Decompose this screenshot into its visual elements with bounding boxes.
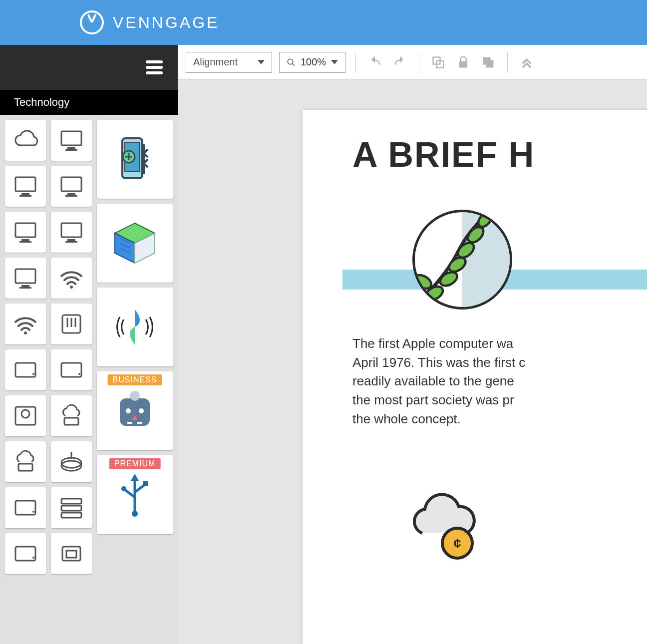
apple-imac-icon[interactable] <box>51 166 92 207</box>
svg-rect-16 <box>127 422 132 424</box>
lock-button[interactable] <box>454 53 472 71</box>
svg-line-24 <box>292 63 295 66</box>
svg-rect-22 <box>143 481 148 486</box>
text-line: the most part society was pr <box>352 391 647 410</box>
linux-desktop-icon[interactable] <box>5 166 46 207</box>
nas-drive-icon[interactable] <box>51 304 92 344</box>
group-button[interactable] <box>429 53 447 71</box>
svg-rect-11 <box>120 398 150 426</box>
redo-button[interactable] <box>391 53 409 71</box>
sidebar-toolbar <box>0 45 178 90</box>
hero-illustration[interactable] <box>352 205 647 315</box>
disc-drive-icon[interactable] <box>5 395 46 436</box>
signal-swirl-icon[interactable] <box>97 288 173 366</box>
svg-point-20 <box>132 511 138 517</box>
text-line: the whole concept. <box>352 410 647 429</box>
svg-point-21 <box>121 486 126 491</box>
svg-rect-28 <box>486 60 493 67</box>
app-header: VENNGAGE <box>0 0 647 45</box>
windows-desktop-icon[interactable] <box>51 212 92 253</box>
phone-add-icon[interactable] <box>97 120 173 199</box>
collapse-button[interactable] <box>518 53 536 71</box>
imac-display-icon[interactable] <box>5 212 46 253</box>
windows-monitor-icon[interactable] <box>5 258 46 299</box>
toolbar-divider <box>419 52 419 72</box>
brand-logo[interactable]: VENNGAGE <box>80 10 219 34</box>
chevron-down-icon <box>258 60 265 64</box>
hard-drive-icon[interactable] <box>51 349 92 390</box>
brand-name: VENNGAGE <box>113 13 219 32</box>
design-canvas[interactable]: A BRIEF H <box>303 110 647 644</box>
group-icon <box>431 55 445 69</box>
chevron-up-double-icon <box>520 55 534 69</box>
cloud-coin-icon: ¢ <box>402 478 487 563</box>
clock-logo-icon <box>80 10 104 34</box>
wifi-icon[interactable] <box>51 258 92 299</box>
chevron-down-icon <box>331 60 338 64</box>
zoom-value: 100% <box>301 56 326 68</box>
editor-main: Alignment 100% <box>178 45 647 644</box>
lock-icon <box>456 55 470 69</box>
search-icon <box>287 58 296 67</box>
undo-button[interactable] <box>366 53 384 71</box>
document-title[interactable]: A BRIEF H <box>352 135 647 175</box>
usb-icon[interactable]: PREMIUM <box>97 455 173 534</box>
editor-toolbar: Alignment 100% <box>178 45 647 80</box>
server-rack-icon[interactable] <box>5 349 46 390</box>
svg-point-14 <box>139 408 144 413</box>
premium-badge: PREMIUM <box>109 458 161 469</box>
modem-icon[interactable] <box>51 441 92 482</box>
svg-point-23 <box>288 59 293 64</box>
svg-marker-19 <box>131 474 139 481</box>
icon-sidebar: Technology BUSINESSPREMIUM <box>0 45 178 644</box>
icon-grid: BUSINESSPREMIUM <box>0 115 178 644</box>
data-cube-icon[interactable] <box>97 204 173 283</box>
toolbar-divider <box>507 52 508 72</box>
alignment-dropdown[interactable]: Alignment <box>186 52 272 73</box>
ethernet-icon[interactable] <box>51 533 92 574</box>
text-line: The first Apple computer wa <box>352 334 647 353</box>
linux-monitor-icon[interactable] <box>51 120 92 161</box>
sidebar-menu-button[interactable] <box>146 60 163 74</box>
svg-text:¢: ¢ <box>453 536 461 551</box>
server-stack-icon[interactable] <box>51 487 92 528</box>
drive-slot-icon[interactable] <box>5 487 46 528</box>
leaf-circle-icon <box>412 210 512 310</box>
workspace: Technology BUSINESSPREMIUM Alignment 100… <box>0 45 647 644</box>
document-paragraph[interactable]: The first Apple computer wa April 1976. … <box>352 334 647 428</box>
text-line: readily available to the gene <box>352 372 647 391</box>
wifi-alt-icon[interactable] <box>5 304 46 344</box>
cloud-drive-icon[interactable] <box>5 441 46 482</box>
undo-icon <box>368 55 382 69</box>
cloud-hdd-icon[interactable] <box>51 395 92 436</box>
server-unit-icon[interactable] <box>5 533 46 574</box>
redo-icon <box>393 55 407 69</box>
canvas-viewport[interactable]: A BRIEF H <box>178 80 647 644</box>
svg-point-12 <box>130 391 140 401</box>
zoom-dropdown[interactable]: 100% <box>279 52 345 73</box>
copy-icon <box>481 55 495 69</box>
icon-category-label: Technology <box>0 90 178 115</box>
text-line: April 1976. This was the first c <box>352 353 647 372</box>
business-badge: BUSINESS <box>108 374 162 385</box>
cloud-icon[interactable] <box>5 120 46 161</box>
cloud-coin-illustration[interactable]: ¢ <box>352 478 647 578</box>
robot-face-icon[interactable]: BUSINESS <box>97 371 173 450</box>
alignment-label: Alignment <box>193 56 238 68</box>
svg-point-13 <box>126 408 131 413</box>
svg-rect-17 <box>137 422 142 424</box>
copy-button[interactable] <box>479 53 497 71</box>
toolbar-divider <box>355 52 356 72</box>
